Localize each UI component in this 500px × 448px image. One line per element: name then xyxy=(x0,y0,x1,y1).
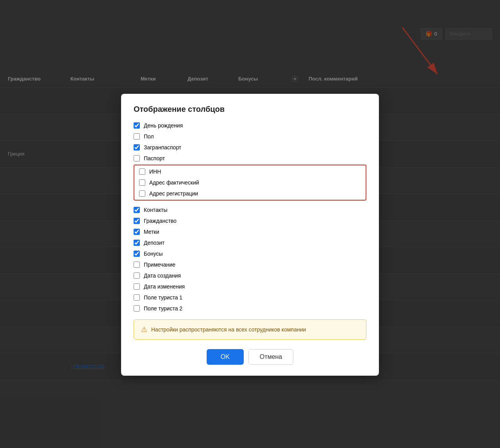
checkbox-label-address-reg: Адрес регистрации xyxy=(149,190,198,197)
checkbox-address-actual[interactable] xyxy=(139,179,145,186)
checkbox-date-modified[interactable] xyxy=(134,283,140,290)
checkbox-marks[interactable] xyxy=(134,229,140,235)
checkbox-note[interactable] xyxy=(134,262,140,268)
checkbox-label-date-created: Дата создания xyxy=(144,272,181,279)
checkbox-bonuses[interactable] xyxy=(134,251,140,257)
column-display-modal: Отображение столбцов День рождения Пол З… xyxy=(121,94,379,376)
checkbox-item-date-created[interactable]: Дата создания xyxy=(134,272,366,279)
checkbox-item-tourist-field-2[interactable]: Поле туриста 2 xyxy=(134,305,366,312)
checkbox-item-citizenship[interactable]: Гражданство xyxy=(134,218,366,224)
checkbox-label-tourist-field-1: Поле туриста 1 xyxy=(144,294,182,301)
checkbox-label-birthday: День рождения xyxy=(144,122,183,129)
checkbox-label-deposit: Депозит xyxy=(144,240,164,246)
checkbox-gender[interactable] xyxy=(134,133,140,140)
checkbox-label-passport-foreign: Загранпаспорт xyxy=(144,144,181,151)
checkbox-label-passport: Паспорт xyxy=(144,155,165,161)
checkbox-birthday[interactable] xyxy=(134,122,140,129)
checkbox-item-address-reg[interactable]: Адрес регистрации xyxy=(139,190,361,197)
checkbox-label-contacts: Контакты xyxy=(144,207,167,213)
warning-box: ⚠ Настройки распространяются на всех сот… xyxy=(134,319,366,340)
warning-icon: ⚠ xyxy=(141,325,147,334)
checkbox-item-note[interactable]: Примечание xyxy=(134,262,366,268)
checkbox-label-date-modified: Дата изменения xyxy=(144,283,185,290)
checkbox-date-created[interactable] xyxy=(134,272,140,279)
checkbox-passport[interactable] xyxy=(134,155,140,161)
checkbox-list: День рождения Пол Загранпаспорт Паспорт xyxy=(134,122,366,312)
cancel-button[interactable]: Отмена xyxy=(248,349,293,365)
checkbox-contacts[interactable] xyxy=(134,207,140,213)
checkbox-tourist-field-2[interactable] xyxy=(134,305,140,312)
checkbox-label-inn: ИНН xyxy=(149,168,161,175)
checkbox-item-inn[interactable]: ИНН xyxy=(139,168,361,175)
checkbox-item-deposit[interactable]: Депозит xyxy=(134,240,366,246)
checkbox-citizenship[interactable] xyxy=(134,218,140,224)
checkbox-item-gender[interactable]: Пол xyxy=(134,133,366,140)
checkbox-address-reg[interactable] xyxy=(139,190,145,197)
checkbox-item-date-modified[interactable]: Дата изменения xyxy=(134,283,366,290)
checkbox-tourist-field-1[interactable] xyxy=(134,294,140,301)
checkbox-label-gender: Пол xyxy=(144,133,154,140)
checkbox-item-tourist-field-1[interactable]: Поле туриста 1 xyxy=(134,294,366,301)
checkbox-item-passport[interactable]: Паспорт xyxy=(134,155,366,161)
checkbox-item-address-actual[interactable]: Адрес фактический xyxy=(139,179,361,186)
ok-button[interactable]: OK xyxy=(207,349,244,365)
modal-title: Отображение столбцов xyxy=(134,105,366,114)
checkbox-item-birthday[interactable]: День рождения xyxy=(134,122,366,129)
checkbox-item-bonuses[interactable]: Бонусы xyxy=(134,251,366,257)
checkbox-label-marks: Метки xyxy=(144,229,159,235)
highlighted-group: ИНН Адрес фактический Адрес регистрации xyxy=(134,165,366,201)
checkbox-item-marks[interactable]: Метки xyxy=(134,229,366,235)
checkbox-passport-foreign[interactable] xyxy=(134,144,140,151)
checkbox-label-address-actual: Адрес фактический xyxy=(149,179,199,186)
checkbox-item-passport-foreign[interactable]: Загранпаспорт xyxy=(134,144,366,151)
checkbox-inn[interactable] xyxy=(139,168,145,175)
checkbox-label-note: Примечание xyxy=(144,262,175,268)
checkbox-item-contacts[interactable]: Контакты xyxy=(134,207,366,213)
modal-footer: OK Отмена xyxy=(134,349,366,365)
checkbox-label-bonuses: Бонусы xyxy=(144,251,163,257)
modal-overlay: Отображение столбцов День рождения Пол З… xyxy=(0,0,500,448)
checkbox-label-citizenship: Гражданство xyxy=(144,218,177,224)
checkbox-label-tourist-field-2: Поле туриста 2 xyxy=(144,305,182,312)
warning-text: Настройки распространяются на всех сотру… xyxy=(151,326,306,333)
checkbox-deposit[interactable] xyxy=(134,240,140,246)
